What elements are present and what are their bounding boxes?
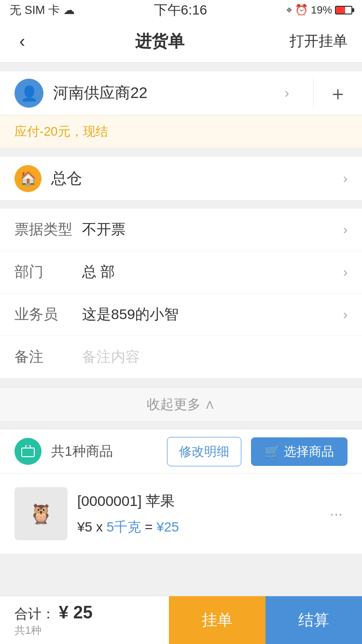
invoice-value: 不开票 — [82, 220, 343, 239]
department-value: 总 部 — [82, 262, 343, 282]
warehouse-row[interactable]: 🏠 总仓 › — [0, 156, 362, 200]
product-info: [0000001] 苹果 ¥5 x 5千克 = ¥25 — [77, 491, 315, 536]
product-name: [0000001] 苹果 — [77, 491, 315, 511]
total-section: 合计： ¥ 25 共1种 — [0, 602, 169, 638]
price-equals: = — [145, 519, 156, 534]
status-time: 下午6:16 — [154, 1, 208, 19]
notice-bar: 应付-20元，现结 — [0, 115, 362, 148]
remark-placeholder: 备注内容 — [82, 347, 348, 367]
staff-chevron-icon: › — [343, 307, 348, 322]
product-qty: 5千克 — [107, 519, 141, 534]
notice-text: 应付-20元，现结 — [14, 124, 108, 139]
products-header: 共1种商品 修改明细 🛒 选择商品 — [0, 430, 362, 473]
product-more-button[interactable]: ··· — [325, 500, 348, 528]
supplier-avatar: 👤 — [14, 79, 43, 108]
main-content: 👤 河南供应商22 › ＋ 应付-20元，现结 🏠 总仓 › 票据类型 不开票 … — [0, 63, 362, 602]
warehouse-name: 总仓 — [51, 168, 343, 189]
add-supplier-button[interactable]: ＋ — [323, 80, 352, 107]
alarm-icon: ⏰ — [295, 4, 308, 16]
warehouse-icon: 🏠 — [14, 165, 42, 192]
settle-button[interactable]: 结算 — [265, 596, 362, 644]
product-thumbnail: 🦉 — [14, 487, 68, 540]
supplier-section: 👤 河南供应商22 › ＋ — [0, 71, 362, 115]
product-price: ¥5 x 5千克 = ¥25 — [77, 518, 315, 536]
cart-svg-icon — [21, 445, 35, 458]
supplier-row[interactable]: 👤 河南供应商22 › — [0, 71, 304, 115]
price-value: ¥5 — [77, 519, 92, 534]
total-label: 合计： — [14, 606, 55, 621]
staff-row[interactable]: 业务员 这是859的小智 › — [0, 294, 362, 336]
home-icon: 🏠 — [20, 170, 37, 186]
product-count-text: 共1种商品 — [51, 442, 157, 461]
product-count-icon — [14, 438, 42, 465]
nav-bar: ‹ 进货单 打开挂单 — [0, 20, 362, 63]
top-divider — [0, 63, 362, 71]
product-total: ¥25 — [156, 519, 179, 534]
open-pending-button[interactable]: 打开挂单 — [290, 31, 348, 51]
select-product-label: 选择商品 — [284, 443, 334, 460]
invoice-row[interactable]: 票据类型 不开票 › — [0, 209, 362, 251]
department-row[interactable]: 部门 总 部 › — [0, 251, 362, 294]
user-icon: 👤 — [20, 85, 38, 102]
staff-value: 这是859的小智 — [82, 305, 343, 324]
location-icon: ⌖ — [286, 4, 292, 16]
product-title: 苹果 — [146, 493, 175, 509]
sim-wifi-text: 无 SIM 卡 ☁ — [10, 2, 75, 18]
edit-detail-button[interactable]: 修改明细 — [167, 437, 241, 466]
remark-label: 备注 — [14, 347, 72, 367]
status-right: ⌖ ⏰ 19% — [286, 4, 352, 16]
department-label: 部门 — [14, 262, 72, 282]
page-title: 进货单 — [135, 30, 184, 53]
status-bar: 无 SIM 卡 ☁ 下午6:16 ⌖ ⏰ 19% — [0, 0, 362, 20]
total-row: 合计： ¥ 25 — [14, 602, 154, 623]
supplier-name: 河南供应商22 — [53, 83, 285, 104]
invoice-label: 票据类型 — [14, 220, 72, 239]
product-item: 🦉 [0000001] 苹果 ¥5 x 5千克 = ¥25 ··· — [0, 473, 362, 554]
total-amount: ¥ 25 — [59, 602, 93, 622]
bottom-bar: 合计： ¥ 25 共1种 挂单 结算 — [0, 596, 362, 644]
status-left: 无 SIM 卡 ☁ — [10, 2, 75, 18]
collapse-button[interactable]: 收起更多 ∧ — [0, 387, 362, 421]
back-button[interactable]: ‹ — [14, 27, 30, 56]
product-code: [0000001] — [77, 493, 141, 509]
warehouse-chevron-icon: › — [343, 171, 348, 186]
price-multiply: x — [96, 519, 107, 534]
svg-rect-0 — [22, 448, 34, 457]
owl-icon: 🦉 — [29, 503, 53, 525]
supplier-chevron-icon: › — [285, 85, 289, 101]
battery-percent: 19% — [311, 4, 332, 16]
vertical-divider — [313, 79, 314, 108]
form-section: 票据类型 不开票 › 部门 总 部 › 业务员 这是859的小智 › 备注 备注… — [0, 209, 362, 378]
staff-label: 业务员 — [14, 305, 72, 324]
select-product-button[interactable]: 🛒 选择商品 — [251, 437, 348, 466]
invoice-chevron-icon: › — [343, 222, 348, 238]
collapse-text: 收起更多 ∧ — [147, 395, 216, 414]
battery-icon — [335, 6, 352, 14]
remark-row[interactable]: 备注 备注内容 — [0, 336, 362, 378]
mid-divider-1 — [0, 148, 362, 156]
total-count: 共1种 — [14, 623, 154, 638]
select-product-icon: 🛒 — [265, 444, 280, 459]
hang-button[interactable]: 挂单 — [169, 596, 265, 644]
department-chevron-icon: › — [343, 265, 348, 280]
